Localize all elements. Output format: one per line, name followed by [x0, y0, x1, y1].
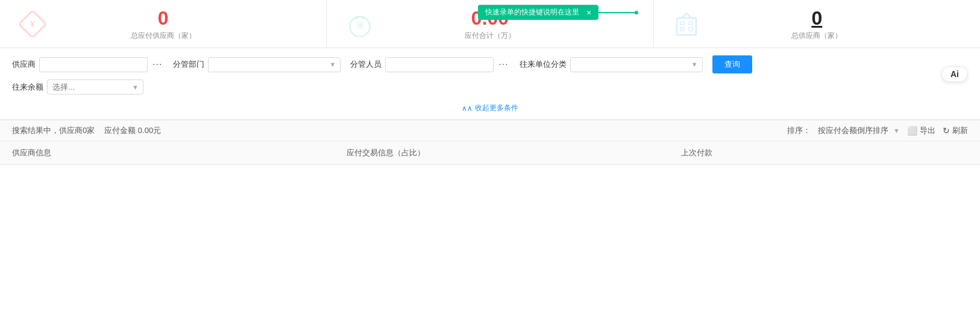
result-actions: 排序： 按应付会额倒序排序 ▼ ⬜ 导出 ↻ 刷新: [787, 125, 968, 136]
manager-label: 分管人员: [350, 59, 382, 70]
sort-chevron-icon: ▼: [893, 127, 900, 134]
manager-more-button[interactable]: ···: [497, 59, 509, 70]
stat-label-payable-total: 应付合计（万）: [465, 31, 515, 41]
svg-rect-4: [677, 18, 696, 35]
manager-input[interactable]: [385, 57, 494, 72]
result-summary: 搜索结果中，供应商0家 应付金额 0.00元: [12, 125, 161, 136]
stat-label-payable-suppliers: 总应付供应商（家）: [131, 31, 196, 41]
svg-rect-8: [689, 28, 693, 31]
export-button[interactable]: ⬜ 导出: [907, 125, 935, 136]
collapse-button[interactable]: ∧∧ 收起更多条件: [462, 103, 518, 113]
stat-total-suppliers: 0 总供应商（家）: [654, 0, 980, 48]
stat-payable-total: 米 0.00 应付合计（万） 快速录单的快捷键说明在这里 ×: [327, 0, 653, 48]
diamond-icon: ¥: [18, 10, 47, 39]
ai-badge[interactable]: Ai: [941, 66, 968, 82]
supplier-label: 供应商: [12, 59, 36, 70]
sort-label: 排序：: [787, 125, 811, 136]
collapse-label: 收起更多条件: [475, 103, 518, 113]
stat-total-payable-suppliers: ¥ 0 总应付供应商（家）: [0, 0, 327, 48]
svg-rect-7: [680, 28, 684, 31]
balance-input[interactable]: [47, 79, 143, 95]
svg-text:¥: ¥: [30, 19, 35, 29]
table-header: 供应商信息 应付交易信息（占比） 上次付款: [0, 141, 980, 165]
col-header-supplier: 供应商信息: [12, 147, 347, 158]
col-header-last-payment: 上次付款: [681, 147, 968, 158]
department-input[interactable]: [208, 57, 341, 72]
svg-text:米: 米: [356, 20, 365, 31]
shortcut-tooltip: 快速录单的快捷键说明在这里 ×: [478, 5, 598, 20]
stat-number-payable-suppliers: 0: [131, 7, 196, 29]
filter-row-2: 往来余额 ▼: [12, 79, 968, 95]
filter-bar: 供应商 ··· 分管部门 ▼ 分管人员 ··· 往来单位分类 ▼: [0, 48, 980, 120]
col-header-transaction: 应付交易信息（占比）: [347, 147, 681, 158]
department-select-wrapper: ▼: [208, 57, 341, 72]
tooltip-dot: [633, 10, 639, 16]
table-body: [0, 165, 980, 310]
result-supplier-count: 搜索结果中，供应商0家: [12, 125, 95, 136]
query-button[interactable]: 查询: [712, 55, 752, 73]
svg-rect-5: [680, 22, 684, 25]
balance-select-wrapper: ▼: [47, 79, 143, 95]
stat-number-total-suppliers: 0: [791, 7, 842, 29]
filter-unit-category: 往来单位分类 ▼: [520, 57, 703, 72]
collapse-row: ∧∧ 收起更多条件: [12, 99, 968, 119]
unit-category-select-wrapper: ▼: [570, 57, 703, 72]
refresh-icon: ↻: [943, 126, 950, 135]
filter-manager: 分管人员 ···: [350, 57, 509, 72]
unit-category-input[interactable]: [570, 57, 703, 72]
refresh-button[interactable]: ↻ 刷新: [943, 125, 968, 136]
export-label: 导出: [920, 125, 935, 136]
money-bag-icon: 米: [345, 9, 375, 39]
sort-value: 按应付会额倒序排序: [818, 125, 888, 136]
supplier-more-button[interactable]: ···: [151, 59, 163, 70]
filter-supplier: 供应商 ···: [12, 57, 163, 72]
supplier-input[interactable]: [39, 57, 148, 72]
collapse-up-icon: ∧∧: [462, 104, 473, 113]
balance-label: 往来余额: [12, 82, 43, 93]
department-label: 分管部门: [173, 59, 204, 70]
unit-category-label: 往来单位分类: [520, 59, 567, 70]
filter-department: 分管部门 ▼: [173, 57, 341, 72]
filter-row-1: 供应商 ··· 分管部门 ▼ 分管人员 ··· 往来单位分类 ▼: [12, 55, 968, 73]
refresh-label: 刷新: [952, 125, 968, 136]
stat-label-total-suppliers: 总供应商（家）: [791, 31, 842, 41]
table-container: 供应商信息 应付交易信息（占比） 上次付款: [0, 141, 980, 310]
export-icon: ⬜: [907, 126, 917, 135]
filter-balance: 往来余额 ▼: [12, 79, 143, 95]
building-icon: [672, 10, 701, 39]
svg-rect-6: [689, 22, 693, 25]
tooltip-text: 快速录单的快捷键说明在这里: [485, 7, 579, 17]
tooltip-close-button[interactable]: ×: [586, 8, 591, 17]
sort-select[interactable]: 按应付会额倒序排序 ▼: [818, 125, 900, 136]
result-amount: 应付金额 0.00元: [104, 125, 161, 136]
stats-bar: ¥ 0 总应付供应商（家） 米 0.00 应付合计（万） 快速录单的快捷键说明在…: [0, 0, 980, 48]
result-bar: 搜索结果中，供应商0家 应付金额 0.00元 排序： 按应付会额倒序排序 ▼ ⬜…: [0, 120, 980, 141]
